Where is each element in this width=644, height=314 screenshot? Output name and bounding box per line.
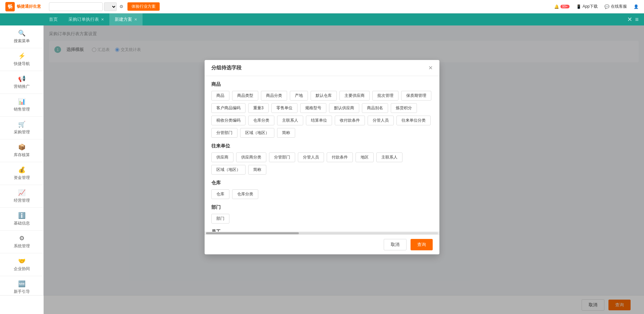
goods-tag-group: 商品 商品类型 商品分类 产地 默认仓库 主要供应商 批次管理 保质期管理 客户… xyxy=(211,91,433,138)
tag-goods-13[interactable]: 商品别名 xyxy=(362,103,388,113)
tab-home[interactable]: 首页 xyxy=(44,13,63,25)
tag-goods-20[interactable]: 分管人员 xyxy=(368,116,394,125)
tag-goods-24[interactable]: 简称 xyxy=(277,128,295,138)
tag-goods-23[interactable]: 区域（地区） xyxy=(240,128,274,138)
tab-purchase-exec[interactable]: 采购订单执行表 ✕ xyxy=(63,13,109,25)
tag-wh-0[interactable]: 仓库 xyxy=(211,189,229,199)
bell-icon: 🔔 xyxy=(554,4,559,9)
sidebar-item-base-info[interactable]: ℹ️ 基础信息 xyxy=(0,208,43,231)
sidebar: 🔍 搜索菜单 ⚡ 快捷导航 📢 营销推广 📊 销售管理 🛒 采购管理 📦 库存核… xyxy=(0,25,44,314)
tag-dept-0[interactable]: 部门 xyxy=(211,214,229,224)
tag-goods-4[interactable]: 默认仓库 xyxy=(311,91,337,101)
tag-goods-7[interactable]: 保质期管理 xyxy=(401,91,431,101)
tab-right-controls: ✕ ≡ xyxy=(627,16,644,23)
sidebar-item-purchase[interactable]: 🛒 采购管理 xyxy=(0,117,43,139)
sidebar-item-search[interactable]: 🔍 搜索菜单 xyxy=(0,25,43,48)
tab-purchase-label: 采购订单执行表 xyxy=(68,16,99,22)
tag-goods-0[interactable]: 商品 xyxy=(211,91,229,101)
tab-new-plan-label: 新建方案 xyxy=(115,16,132,22)
tag-goods-12[interactable]: 默认供应商 xyxy=(329,103,359,113)
purchase-icon: 🛒 xyxy=(18,121,25,128)
sidebar-item-marketing[interactable]: 📢 营销推广 xyxy=(0,71,43,94)
sidebar-sales-label: 销售管理 xyxy=(14,107,30,112)
base-info-icon: ℹ️ xyxy=(18,212,25,219)
tab-home-label: 首页 xyxy=(49,16,58,22)
tag-cp-8[interactable]: 简称 xyxy=(248,165,266,175)
tag-goods-2[interactable]: 商品分类 xyxy=(261,91,287,101)
hscroll-track xyxy=(206,232,438,234)
modal-cancel-btn[interactable]: 取消 xyxy=(384,239,407,250)
section-warehouse: 仓库 仓库 仓库分类 xyxy=(211,180,433,199)
notification-badge: 99+ xyxy=(560,5,570,8)
search-dropdown[interactable] xyxy=(104,2,117,11)
sidebar-item-quick-nav[interactable]: ⚡ 快捷导航 xyxy=(0,48,43,71)
sidebar-finance-label: 资金管理 xyxy=(14,175,30,181)
online-service-item[interactable]: 💬 在线客服 xyxy=(604,4,627,9)
tag-cp-6[interactable]: 主联系人 xyxy=(376,152,402,162)
logo: 畅 畅捷通好生意 xyxy=(5,2,49,11)
section-warehouse-title: 仓库 xyxy=(211,180,433,186)
tag-cp-4[interactable]: 付款条件 xyxy=(327,152,353,162)
notification-item[interactable]: 🔔 99+ xyxy=(554,4,570,9)
modal-close-btn[interactable]: ✕ xyxy=(428,65,433,71)
tab-close-icon[interactable]: ✕ xyxy=(627,16,632,23)
sidebar-item-sales[interactable]: 📊 销售管理 xyxy=(0,94,43,117)
tag-goods-6[interactable]: 批次管理 xyxy=(372,91,398,101)
sidebar-item-inventory[interactable]: 📦 库存核算 xyxy=(0,139,43,162)
tag-wh-1[interactable]: 仓库分类 xyxy=(232,189,258,199)
tag-cp-5[interactable]: 地区 xyxy=(356,152,374,162)
tab-purchase-close[interactable]: ✕ xyxy=(101,17,104,22)
modal-confirm-btn[interactable]: 查询 xyxy=(411,239,433,250)
header: 畅 畅捷通好生意 ⚙ 体验行业方案 🔔 99+ 📱 App下载 💬 在线客服 👤 xyxy=(0,0,644,13)
sidebar-item-system[interactable]: ⚙ 系统管理 xyxy=(0,231,43,253)
modal-body: 商品 商品 商品类型 商品分类 产地 默认仓库 主要供应商 批次管理 保质期管理… xyxy=(205,76,439,232)
tag-cp-0[interactable]: 供应商 xyxy=(211,152,233,162)
tag-cp-2[interactable]: 分管部门 xyxy=(269,152,295,162)
modal-hscrollbar[interactable] xyxy=(205,232,439,235)
gear-icon[interactable]: ⚙ xyxy=(119,4,123,9)
warehouse-tag-group: 仓库 仓库分类 xyxy=(211,189,433,199)
sidebar-guide-label: 新手引导 xyxy=(14,289,30,295)
sidebar-operations-label: 经营管理 xyxy=(14,198,30,203)
app-download-item[interactable]: 📱 App下载 xyxy=(576,4,598,9)
sidebar-item-operations[interactable]: 📈 经营管理 xyxy=(0,185,43,208)
tag-goods-14[interactable]: 炼货积分 xyxy=(391,103,417,113)
tag-goods-8[interactable]: 客户商品编码 xyxy=(211,103,246,113)
tag-goods-22[interactable]: 分管部门 xyxy=(211,128,237,138)
tag-goods-3[interactable]: 产地 xyxy=(290,91,308,101)
section-employee-title: 员工 xyxy=(211,229,433,232)
hscroll-thumb[interactable] xyxy=(206,232,299,234)
avatar-icon: 👤 xyxy=(634,4,639,9)
phone-icon: 📱 xyxy=(576,4,581,9)
tag-cp-1[interactable]: 供应商分类 xyxy=(236,152,266,162)
tag-goods-11[interactable]: 规格型号 xyxy=(300,103,326,113)
modal-footer: 取消 查询 xyxy=(205,235,439,254)
tag-goods-10[interactable]: 零售单位 xyxy=(271,103,298,113)
tab-menu-icon[interactable]: ≡ xyxy=(635,16,639,23)
tag-cp-7[interactable]: 区域（地区） xyxy=(211,165,246,175)
tab-new-plan[interactable]: 新建方案 ✕ xyxy=(109,13,143,25)
header-right: 🔔 99+ 📱 App下载 💬 在线客服 👤 xyxy=(554,4,639,9)
section-counterpart: 往来单位 供应商 供应商分类 分管部门 分管人员 付款条件 地区 主联系人 区域… xyxy=(211,143,433,175)
tag-goods-19[interactable]: 收付款条件 xyxy=(335,116,365,125)
tag-goods-18[interactable]: 结算单位 xyxy=(306,116,332,125)
tag-goods-17[interactable]: 主联系人 xyxy=(277,116,303,125)
tag-cp-3[interactable]: 分管人员 xyxy=(298,152,324,162)
sidebar-item-collab[interactable]: 🤝 企业协同 xyxy=(0,253,43,276)
exp-btn[interactable]: 体验行业方案 xyxy=(127,2,160,11)
tag-goods-15[interactable]: 税收分类编码 xyxy=(211,116,246,125)
tag-goods-9[interactable]: 重量3 xyxy=(248,103,269,113)
section-goods-title: 商品 xyxy=(211,81,433,87)
tag-goods-5[interactable]: 主要供应商 xyxy=(339,91,370,101)
tag-goods-21[interactable]: 往来单位分类 xyxy=(396,116,431,125)
sidebar-quick-nav-label: 快捷导航 xyxy=(14,61,30,67)
search-input[interactable] xyxy=(49,2,103,11)
tag-goods-16[interactable]: 仓库分类 xyxy=(248,116,274,125)
sidebar-item-finance[interactable]: 💰 资金管理 xyxy=(0,162,43,185)
tab-new-plan-close[interactable]: ✕ xyxy=(134,17,137,22)
tag-goods-1[interactable]: 商品类型 xyxy=(232,91,258,101)
collab-icon: 🤝 xyxy=(18,257,25,265)
user-avatar[interactable]: 👤 xyxy=(634,4,639,9)
section-department: 部门 部门 xyxy=(211,204,433,224)
header-search-area: ⚙ 体验行业方案 xyxy=(49,2,160,11)
